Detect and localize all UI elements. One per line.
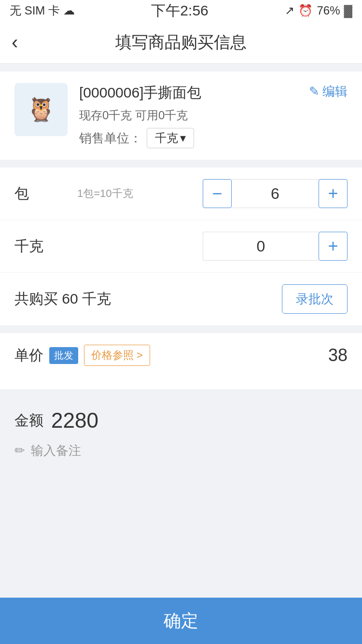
amount-label: 金额: [14, 411, 43, 431]
back-button[interactable]: ‹: [12, 31, 18, 53]
price-tag: 批发: [49, 347, 78, 364]
battery-icon: ▓: [344, 4, 352, 17]
package-label: 包: [14, 184, 72, 204]
summary-text: 共购买 60 千克: [14, 289, 111, 309]
product-logo-icon: 🦉: [27, 96, 56, 123]
mid-divider-3: [0, 389, 362, 397]
kg-label: 千克: [14, 237, 72, 256]
status-bar: 无 SIM 卡 ☁ 下午2:56 ↗ ⏰ 76% ▓: [0, 0, 362, 21]
kg-row: 千克 +: [0, 220, 362, 273]
package-input[interactable]: [232, 179, 319, 208]
price-ref-button[interactable]: 价格参照 >: [84, 345, 150, 366]
amount-value: 2280: [51, 408, 98, 433]
price-left: 单价 批发 价格参照 >: [14, 345, 150, 366]
product-unit-row: 销售单位： 千克 ▾: [79, 128, 348, 148]
product-info: [0000006]手撕面包 现存0千克 可用0千克 销售单位： 千克 ▾: [79, 83, 348, 148]
package-row: 包 1包=10千克 − +: [0, 168, 362, 220]
price-row: 单价 批发 价格参照 > 38: [14, 345, 348, 366]
page-title: 填写商品购买信息: [115, 31, 247, 54]
product-card: 🦉 [0000006]手撕面包 现存0千克 可用0千克 销售单位： 千克 ▾ ✎…: [0, 71, 362, 160]
edit-label: 编辑: [322, 83, 348, 100]
input-section: 包 1包=10千克 − + 千克 +: [0, 168, 362, 273]
alarm-icon: ⏰: [298, 4, 313, 17]
amount-section: 金额 2280 ✏ 输入备注: [0, 397, 362, 467]
summary-row: 共购买 60 千克 录批次: [0, 273, 362, 325]
package-hint: 1包=10千克: [77, 186, 203, 201]
kg-stepper: +: [203, 232, 348, 261]
edit-button[interactable]: ✎ 编辑: [309, 83, 348, 100]
nav-bar: ‹ 填写商品购买信息: [0, 21, 362, 64]
price-value: 38: [328, 345, 348, 365]
price-section: 单价 批发 价格参照 > 38: [0, 333, 362, 389]
note-row[interactable]: ✏ 输入备注: [14, 442, 348, 459]
package-minus-button[interactable]: −: [203, 179, 232, 208]
amount-row: 金额 2280: [14, 408, 348, 433]
package-stepper: − +: [203, 179, 348, 208]
unit-label: 销售单位：: [79, 130, 142, 147]
location-icon: ↗: [285, 4, 294, 17]
note-placeholder[interactable]: 输入备注: [31, 442, 81, 459]
batch-button[interactable]: 录批次: [282, 284, 348, 314]
kg-plus-button[interactable]: +: [319, 232, 348, 261]
price-label: 单价: [14, 346, 43, 365]
package-plus-button[interactable]: +: [319, 179, 348, 208]
confirm-button[interactable]: 确定: [0, 598, 362, 644]
product-stock: 现存0千克 可用0千克: [79, 108, 348, 123]
kg-input[interactable]: [203, 232, 319, 261]
top-divider: [0, 64, 362, 71]
chevron-down-icon: ▾: [180, 131, 186, 145]
sim-status: 无 SIM 卡 ☁: [10, 3, 75, 18]
status-bar-right: ↗ ⏰ 76% ▓: [285, 4, 352, 17]
battery-level: 76%: [317, 4, 340, 17]
unit-select[interactable]: 千克 ▾: [147, 128, 194, 148]
pencil-icon: ✏: [14, 443, 25, 458]
product-name: [0000006]手撕面包: [79, 83, 348, 103]
edit-icon: ✎: [309, 84, 320, 99]
unit-value: 千克: [155, 130, 178, 146]
mid-divider-1: [0, 160, 362, 168]
status-bar-left: 无 SIM 卡 ☁: [10, 3, 75, 18]
mid-divider-2: [0, 325, 362, 333]
status-bar-time: 下午2:56: [151, 1, 208, 21]
product-thumbnail: 🦉: [14, 83, 68, 136]
